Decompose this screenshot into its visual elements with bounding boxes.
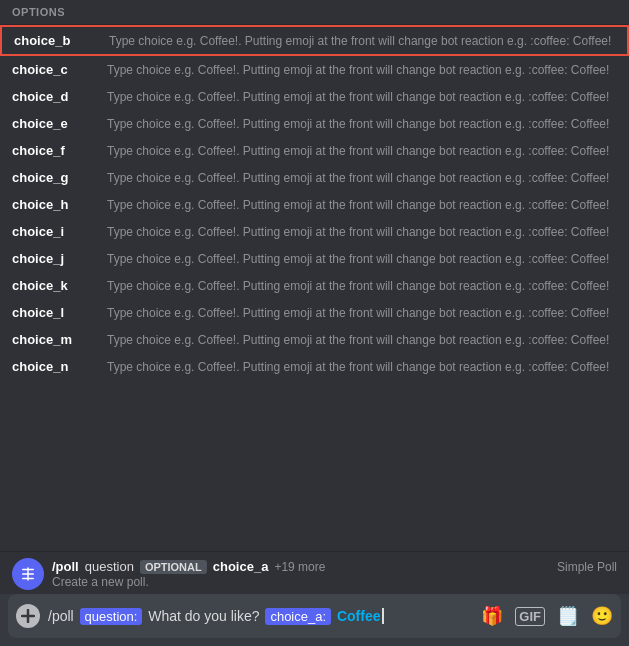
slash-command-type: Simple Poll [557,558,617,574]
option-name-choice_n: choice_n [12,359,107,374]
option-hint-choice_i: Type choice e.g. Coffee!. Putting emoji … [107,225,609,239]
input-arg-choice-value: Coffee [333,608,380,624]
option-row-choice_i[interactable]: choice_iType choice e.g. Coffee!. Puttin… [0,218,629,245]
option-row-choice_h[interactable]: choice_hType choice e.g. Coffee!. Puttin… [0,191,629,218]
slash-command-bar: /poll question OPTIONAL choice_a +19 mor… [0,551,629,594]
option-hint-choice_c: Type choice e.g. Coffee!. Putting emoji … [107,63,609,77]
slash-command-desc: Create a new poll. [52,575,549,589]
input-icons: 🎁 GIF 🗒️ 🙂 [481,605,613,627]
option-row-choice_c[interactable]: choice_cType choice e.g. Coffee!. Puttin… [0,56,629,83]
option-name-choice_j: choice_j [12,251,107,266]
input-text: /poll question: What do you like? choice… [48,608,481,625]
input-arg-question-value: What do you like? [144,608,263,624]
option-row-choice_g[interactable]: choice_gType choice e.g. Coffee!. Puttin… [0,164,629,191]
option-hint-choice_d: Type choice e.g. Coffee!. Putting emoji … [107,90,609,104]
option-name-choice_f: choice_f [12,143,107,158]
sticker-icon[interactable]: 🗒️ [557,605,579,627]
option-name-choice_g: choice_g [12,170,107,185]
input-arg-question-label: question: [80,608,143,625]
slash-command-info: /poll question OPTIONAL choice_a +19 mor… [52,559,549,589]
option-name-choice_h: choice_h [12,197,107,212]
option-name-choice_c: choice_c [12,62,107,77]
input-arg-choice-label: choice_a: [265,608,331,625]
slash-command-icon [12,558,44,590]
option-name-choice_d: choice_d [12,89,107,104]
option-row-choice_j[interactable]: choice_jType choice e.g. Coffee!. Puttin… [0,245,629,272]
option-hint-choice_b: Type choice e.g. Coffee!. Putting emoji … [109,34,611,48]
option-hint-choice_n: Type choice e.g. Coffee!. Putting emoji … [107,360,609,374]
slash-more: +19 more [274,560,325,574]
option-row-choice_m[interactable]: choice_mType choice e.g. Coffee!. Puttin… [0,326,629,353]
text-cursor [382,608,384,624]
input-bar[interactable]: /poll question: What do you like? choice… [8,594,621,638]
option-hint-choice_j: Type choice e.g. Coffee!. Putting emoji … [107,252,609,266]
option-hint-choice_m: Type choice e.g. Coffee!. Putting emoji … [107,333,609,347]
slash-command-signature: /poll question OPTIONAL choice_a +19 mor… [52,559,549,574]
slash-arg-optional-label: OPTIONAL [140,560,207,574]
option-row-choice_b[interactable]: choice_bType choice e.g. Coffee!. Puttin… [0,25,629,56]
emoji-icon[interactable]: 🙂 [591,605,613,627]
header-label: OPTIONS [12,6,65,18]
option-row-choice_n[interactable]: choice_nType choice e.g. Coffee!. Puttin… [0,353,629,380]
option-name-choice_b: choice_b [14,33,109,48]
option-row-choice_l[interactable]: choice_lType choice e.g. Coffee!. Puttin… [0,299,629,326]
option-name-choice_k: choice_k [12,278,107,293]
option-hint-choice_h: Type choice e.g. Coffee!. Putting emoji … [107,198,609,212]
slash-arg-choice-a: choice_a [213,559,269,574]
option-row-choice_f[interactable]: choice_fType choice e.g. Coffee!. Puttin… [0,137,629,164]
slash-arg-question: question [85,559,134,574]
gif-icon[interactable]: GIF [515,607,545,626]
option-row-choice_e[interactable]: choice_eType choice e.g. Coffee!. Puttin… [0,110,629,137]
option-hint-choice_f: Type choice e.g. Coffee!. Putting emoji … [107,144,609,158]
option-hint-choice_k: Type choice e.g. Coffee!. Putting emoji … [107,279,609,293]
option-name-choice_i: choice_i [12,224,107,239]
option-name-choice_e: choice_e [12,116,107,131]
gift-icon[interactable]: 🎁 [481,605,503,627]
option-hint-choice_e: Type choice e.g. Coffee!. Putting emoji … [107,117,609,131]
options-header: OPTIONS [0,0,629,25]
option-row-choice_d[interactable]: choice_dType choice e.g. Coffee!. Puttin… [0,83,629,110]
svg-rect-3 [27,567,29,581]
option-name-choice_m: choice_m [12,332,107,347]
option-hint-choice_l: Type choice e.g. Coffee!. Putting emoji … [107,306,609,320]
options-list: choice_bType choice e.g. Coffee!. Puttin… [0,25,629,551]
add-attachment-button[interactable] [16,604,40,628]
option-name-choice_l: choice_l [12,305,107,320]
slash-command-name: /poll [52,559,79,574]
option-hint-choice_g: Type choice e.g. Coffee!. Putting emoji … [107,171,609,185]
option-row-choice_k[interactable]: choice_kType choice e.g. Coffee!. Puttin… [0,272,629,299]
autocomplete-popup: OPTIONS choice_bType choice e.g. Coffee!… [0,0,629,646]
input-slash-command: /poll [48,608,78,624]
